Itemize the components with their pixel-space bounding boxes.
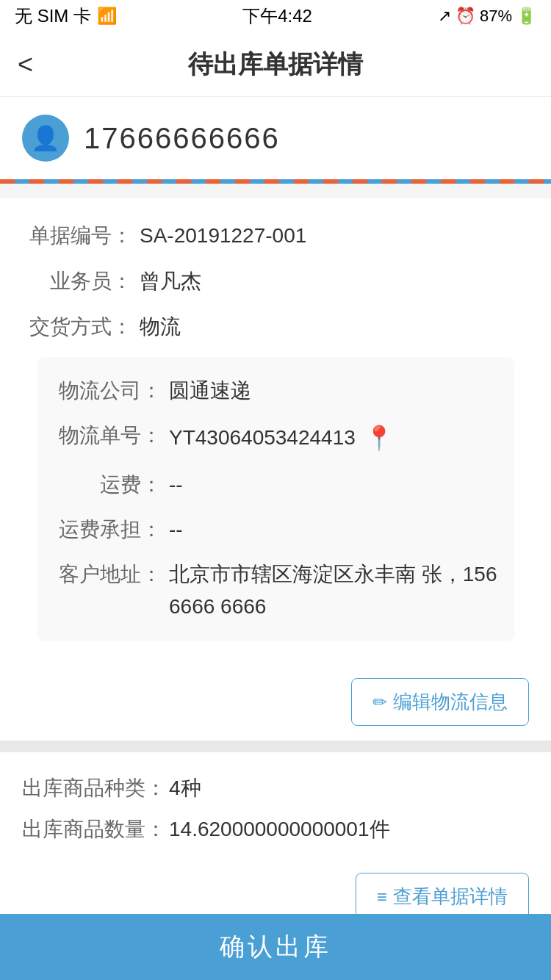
section-separator [0,741,551,752]
edit-logistics-button[interactable]: ✏ 编辑物流信息 [351,678,529,726]
order-no-row: 单据编号： SA-20191227-001 [22,220,529,251]
confirm-button[interactable]: 确认出库 [0,914,551,980]
alarm-icon: ⏰ [455,7,475,26]
customer-phone: 17666666666 [84,122,280,155]
address-row: 客户地址： 北京市市辖区海淀区永丰南 张，156 6666 6666 [51,558,500,624]
delivery-value: 物流 [140,311,529,342]
tracking-number: YT43064053424413 [169,422,356,455]
avatar: 👤 [22,115,69,162]
address-value: 北京市市辖区海淀区永丰南 张，156 6666 6666 [169,558,500,624]
order-no-label: 单据编号： [22,220,140,251]
goods-quantity-label: 出库商品数量： [22,815,169,843]
delivery-label: 交货方式： [22,311,140,342]
edit-icon: ✏ [372,692,387,713]
nav-bar: < 待出库单据详情 [0,32,551,97]
page-title: 待出库单据详情 [188,48,363,82]
basic-info-section: 单据编号： SA-20191227-001 业务员： 曾凡杰 交货方式： 物流 … [0,198,551,663]
goods-quantity-value: 14.620000000000001件 [169,815,390,843]
freight-value: -- [169,469,500,502]
freight-row: 运费： -- [51,469,500,502]
logistics-card: 物流公司： 圆通速递 物流单号： YT43064053424413 📍 运费： … [37,357,514,641]
wifi-icon: 📶 [97,7,117,26]
salesman-label: 业务员： [22,266,140,297]
tracking-row: 物流单号： YT43064053424413 📍 [51,419,500,457]
back-button[interactable]: < [18,49,33,80]
status-bar: 无 SIM 卡 📶 下午4:42 ↗ ⏰ 87% 🔋 [0,0,551,32]
order-no-value: SA-20191227-001 [140,220,529,251]
tracking-label: 物流单号： [51,419,169,453]
edit-btn-label: 编辑物流信息 [393,689,508,715]
confirm-btn-label: 确认出库 [220,930,331,964]
freight-bearer-label: 运费承担： [51,514,169,547]
status-left: 无 SIM 卡 📶 [15,4,117,28]
goods-types-value: 4种 [169,774,201,802]
edit-btn-container: ✏ 编辑物流信息 [0,663,551,741]
goods-types-label: 出库商品种类： [22,774,169,802]
map-location-icon[interactable]: 📍 [364,419,394,457]
customer-header: 👤 17666666666 [0,97,551,179]
section-gap-1 [0,184,551,198]
logistics-company-label: 物流公司： [51,375,169,408]
logistics-company-row: 物流公司： 圆通速递 [51,375,500,408]
address-label: 客户地址： [51,558,169,591]
freight-bearer-row: 运费承担： -- [51,514,500,547]
view-btn-label: 查看单据详情 [393,884,508,909]
status-right: ↗ ⏰ 87% 🔋 [438,7,536,26]
salesman-row: 业务员： 曾凡杰 [22,266,529,297]
goods-quantity-row: 出库商品数量： 14.620000000000001件 [22,815,529,843]
carrier-text: 无 SIM 卡 [15,4,91,28]
freight-label: 运费： [51,469,169,502]
battery-text: 87% [480,7,512,26]
list-icon: ≡ [377,887,387,907]
freight-bearer-value: -- [169,514,500,547]
salesman-value: 曾凡杰 [140,266,529,297]
logistics-company-value: 圆通速递 [169,375,500,408]
goods-section: 出库商品种类： 4种 出库商品数量： 14.620000000000001件 [0,752,551,861]
goods-types-row: 出库商品种类： 4种 [22,774,529,802]
delivery-row: 交货方式： 物流 [22,311,529,342]
avatar-icon: 👤 [31,124,60,152]
status-time: 下午4:42 [242,4,312,28]
location-status-icon: ↗ [438,7,451,26]
battery-icon: 🔋 [516,7,536,26]
tracking-value: YT43064053424413 📍 [169,419,500,457]
